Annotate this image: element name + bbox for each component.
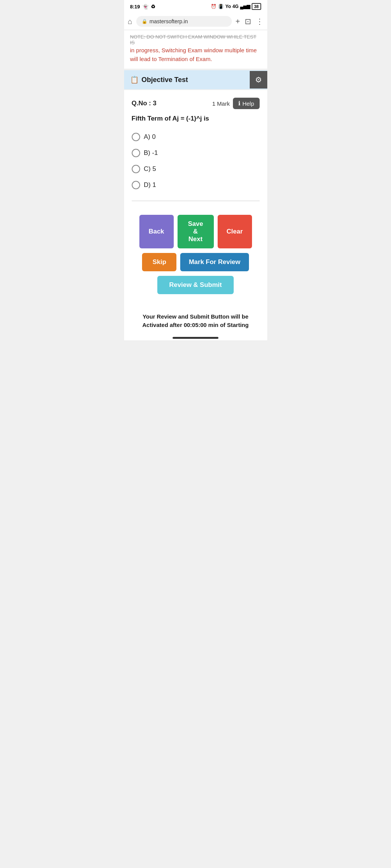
question-meta: Q.No : 3 1 Mark ℹ Help (132, 98, 260, 109)
footer-note-text: Your Review and Submit Button will be Ac… (130, 312, 261, 330)
clear-button[interactable]: Clear (218, 215, 252, 248)
radio-b[interactable] (132, 149, 140, 157)
warning-text: in progress, Switching Exam window multi… (130, 46, 261, 63)
network-display: 4G (233, 4, 239, 9)
option-b[interactable]: B) -1 (132, 149, 260, 157)
options-list: A) 0 B) -1 C) 5 D) 1 (132, 133, 260, 197)
browser-bar: ⌂ 🔒 mastersofterp.in + ⊡ ⋮ (124, 13, 267, 30)
option-d[interactable]: D) 1 (132, 181, 260, 189)
question-text: Fifth Term of Aj = (-1)^j is (132, 114, 260, 124)
bottom-indicator (173, 337, 218, 339)
warning-section: NOTE: DO NOT SWITCH EXAM WINDOW WHILE TE… (124, 30, 267, 69)
warning-text-gray: NOTE: DO NOT SWITCH EXAM WINDOW WHILE TE… (130, 34, 261, 45)
home-icon[interactable]: ⌂ (128, 17, 132, 26)
new-tab-icon[interactable]: + (236, 17, 240, 26)
help-label: Help (242, 100, 254, 107)
objective-title: Objective Test (142, 76, 188, 84)
action-buttons: Back Save & Next Clear Skip Mark For Rev… (132, 209, 260, 303)
menu-icon[interactable]: ⋮ (256, 17, 263, 26)
back-button[interactable]: Back (139, 215, 174, 248)
battery-display: 38 (252, 3, 261, 10)
save-next-button[interactable]: Save & Next (178, 215, 214, 248)
skip-button[interactable]: Skip (142, 253, 176, 271)
option-a[interactable]: A) 0 (132, 133, 260, 141)
tabs-icon[interactable]: ⊡ (245, 17, 251, 26)
signal-bars: ▄▅▆ (240, 4, 250, 9)
signal-icon: Yo (225, 4, 231, 9)
time-display: 8:19 (130, 4, 140, 10)
status-bar: 8:19 👻 ♻ ⏰ 📳 Yo 4G ▄▅▆ 38 (124, 0, 267, 13)
mark-for-review-button[interactable]: Mark For Review (180, 253, 249, 271)
settings-button[interactable]: ⚙ (250, 71, 267, 89)
objective-header: 📋 Objective Test ⚙ (124, 70, 267, 89)
radio-d[interactable] (132, 181, 140, 189)
radio-a[interactable] (132, 133, 140, 141)
wifi-icon: ♻ (151, 4, 155, 10)
ghost-icon: 👻 (142, 4, 149, 10)
question-number: Q.No : 3 (132, 100, 157, 107)
marks-text: 1 Mark (212, 100, 230, 107)
review-submit-button[interactable]: Review & Submit (157, 276, 234, 294)
browser-icons: + ⊡ ⋮ (236, 17, 263, 26)
gear-icon: ⚙ (255, 75, 262, 84)
option-c[interactable]: C) 5 (132, 165, 260, 173)
option-d-label: D) 1 (144, 181, 156, 189)
help-button[interactable]: ℹ Help (233, 98, 260, 109)
btn-row-1: Back Save & Next Clear (139, 215, 252, 248)
option-b-label: B) -1 (144, 149, 158, 157)
alarm-icon: ⏰ (211, 4, 217, 9)
objective-icon: 📋 (130, 76, 139, 84)
option-a-label: A) 0 (144, 133, 156, 141)
url-bar[interactable]: 🔒 mastersofterp.in (136, 16, 232, 27)
radio-c[interactable] (132, 165, 140, 173)
question-card: Q.No : 3 1 Mark ℹ Help Fifth Term of Aj … (124, 90, 267, 309)
btn-row-3: Review & Submit (139, 276, 252, 294)
info-icon: ℹ (238, 100, 241, 107)
lock-icon: 🔒 (142, 19, 147, 24)
btn-row-2: Skip Mark For Review (139, 253, 252, 271)
vibrate-icon: 📳 (218, 4, 224, 9)
divider (132, 201, 260, 201)
footer-note: Your Review and Submit Button will be Ac… (124, 309, 267, 336)
option-c-label: C) 5 (144, 165, 156, 173)
url-text: mastersofterp.in (150, 18, 188, 24)
bottom-bar (124, 336, 267, 340)
